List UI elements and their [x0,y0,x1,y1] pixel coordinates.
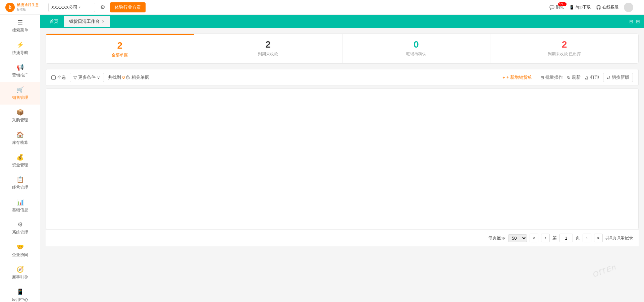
total-info: 共0页,0条记录 [605,235,633,241]
stats-row: 2 全部单据 2 到期未收款 0 旺辅待确认 2 到期未收款 已出库 [46,34,639,64]
logo-text: 畅捷通好生意 [17,3,39,7]
company-selector[interactable]: XXXXXX公司 ▾ [48,3,95,12]
app-download-label: App下载 [576,4,591,10]
batch-icon: ⊞ [540,75,544,80]
refresh-icon: ↻ [567,75,571,80]
sidebar-label-operations: 经营管理 [12,185,28,190]
tab-home[interactable]: 首页 [44,16,64,27]
sidebar-item-enterprise[interactable]: 🤝 企业协同 [0,239,40,262]
stat-card-wangwang-confirm[interactable]: 0 旺辅待确认 [342,34,491,63]
logo-icon: b [5,3,15,12]
stat-card-overdue-unpaid[interactable]: 2 到期未收款 [194,34,342,63]
sidebar-label-search-menu: 搜索菜单 [12,27,28,33]
page-size-label: 每页显示 [488,235,505,241]
sidebar-item-system[interactable]: ⚙ 系统管理 [0,217,40,239]
message-button[interactable]: 💬 消息 99+ [549,4,564,10]
company-name: XXXXXX公司 [51,4,77,10]
prev-page-button[interactable]: ‹ [541,234,550,242]
finance-icon: 💰 [16,154,24,161]
page-number-input[interactable] [559,234,573,242]
toolbar-left: 全选 ▽ 更多条件 ∨ 共找到 0 条 相关单据 [51,73,149,82]
online-service-label: 在线客服 [602,4,619,10]
switch-version-button[interactable]: ⇄ 切换新版 [603,73,633,82]
sidebar-item-sales[interactable]: 🛒 销售管理 [0,82,40,105]
quick-nav-icon: ⚡ [16,41,24,49]
inventory-icon: 🏠 [16,131,24,138]
settings-button[interactable]: ⚙ [98,3,107,12]
first-page-button[interactable]: ⊲ [530,234,538,242]
select-all-label: 全选 [57,74,66,80]
add-sales-order-button[interactable]: + + 新增销货单 [502,74,532,80]
next-page-button[interactable]: › [583,234,591,242]
service-icon: 🎧 [596,5,601,10]
filter-icon: ▽ [73,75,77,80]
filter-button[interactable]: ▽ 更多条件 ∨ [70,73,104,82]
marketing-icon: 📢 [16,64,24,71]
sidebar-item-operations[interactable]: 📋 经营管理 [0,172,40,194]
sidebar-item-inventory[interactable]: 🏠 库存核算 [0,127,40,149]
switch-icon: ⇄ [607,75,610,80]
sidebar-item-quick-nav[interactable]: ⚡ 快捷导航 [0,37,40,60]
batch-operation-button[interactable]: ⊞ 批量操作 [540,74,563,80]
stat-label-wangwang-confirm: 旺辅待确认 [349,51,484,57]
stat-number-overdue-unpaid: 2 [201,39,335,50]
avatar[interactable] [624,3,633,12]
tab-expand-button[interactable]: ⊞ [636,19,640,24]
page-size-select[interactable]: 102050100 [508,234,527,242]
stat-number-all: 2 [53,40,187,51]
print-button[interactable]: 🖨 打印 [585,74,599,80]
sidebar-label-finance: 资金管理 [12,162,28,168]
stat-label-overdue-unpaid: 到期未收款 [201,51,335,57]
app-download-button[interactable]: 📱 App下载 [569,4,591,10]
sidebar-label-quick-nav: 快捷导航 [12,50,28,56]
tab-close-icon[interactable]: ✕ [102,19,105,24]
purchase-icon: 📦 [16,109,24,116]
main-layout: ☰ 搜索菜单 ⚡ 快捷导航 📢 营销推广 🛒 销售管理 📦 采购管理 🏠 库存核… [0,15,644,302]
sidebar-label-guide: 新手引导 [12,275,28,280]
message-icon: 💬 [549,5,554,10]
table-area [46,88,639,229]
stat-number-overdue-unshipped: 2 [497,39,632,50]
sidebar-item-guide[interactable]: 🧭 新手引导 [0,262,40,284]
tab-bar: 首页 钱货日清工作台 ✕ ⊟ ⊞ [40,15,644,28]
toolbar: 全选 ▽ 更多条件 ∨ 共找到 0 条 相关单据 [46,69,639,86]
stat-number-wangwang-confirm: 0 [349,39,484,50]
select-all-input[interactable] [51,75,56,80]
sidebar-item-app-center[interactable]: 📱 应用中心 [0,284,40,302]
basic-info-icon: 📊 [16,198,24,206]
tab-minimize-button[interactable]: ⊟ [629,19,633,24]
sidebar-label-purchase: 采购管理 [12,117,28,123]
separator [536,75,536,80]
gear-icon: ⚙ [100,4,105,10]
toolbar-right: + + 新增销货单 ⊞ 批量操作 ↻ 刷新 🖨 打印 [502,73,633,82]
select-all-checkbox[interactable]: 全选 [51,74,66,80]
print-icon: 🖨 [585,75,589,80]
experience-button[interactable]: 体验行业方案 [110,2,146,12]
logo-area: b 畅捷通好生意 标准版 [5,3,46,12]
stat-card-all[interactable]: 2 全部单据 [46,34,194,63]
refresh-button[interactable]: ↻ 刷新 [567,74,581,80]
filter-label: 更多条件 [78,74,96,80]
tab-active[interactable]: 钱货日清工作台 ✕ [64,16,110,27]
sidebar-item-finance[interactable]: 💰 资金管理 [0,149,40,172]
sales-icon: 🛒 [16,86,24,94]
search-menu-icon: ☰ [17,19,23,26]
enterprise-icon: 🤝 [16,243,24,251]
sidebar-label-marketing: 营销推广 [12,72,28,78]
sidebar-label-app-center: 应用中心 [12,297,28,302]
top-header: b 畅捷通好生意 标准版 XXXXXX公司 ▾ ⚙ 体验行业方案 💬 消息 99… [0,0,644,15]
download-icon: 📱 [569,5,574,10]
operations-icon: 📋 [16,176,24,183]
stat-card-overdue-unshipped[interactable]: 2 到期未收款 已出库 [490,34,638,63]
message-badge: 99+ [558,2,567,6]
guide-icon: 🧭 [16,266,24,273]
online-service-button[interactable]: 🎧 在线客服 [596,4,619,10]
sidebar-item-purchase[interactable]: 📦 采购管理 [0,105,40,127]
main-content: 首页 钱货日清工作台 ✕ ⊟ ⊞ 2 全部单据 2 到期未收款 0 旺辅待确认 [40,15,644,302]
sidebar-item-search-menu[interactable]: ☰ 搜索菜单 [0,15,40,37]
last-page-button[interactable]: ⊳ [594,234,603,242]
sidebar-item-basic-info[interactable]: 📊 基础信息 [0,194,40,217]
sidebar-item-marketing[interactable]: 📢 营销推广 [0,60,40,82]
stat-label-all: 全部单据 [53,52,187,58]
found-text: 共找到 0 条 相关单据 [108,74,149,80]
